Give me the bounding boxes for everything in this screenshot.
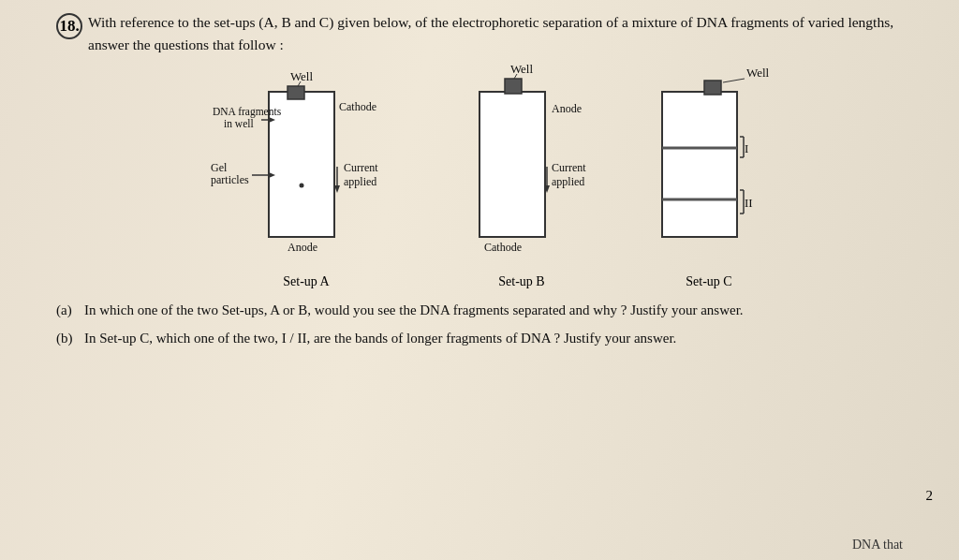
question-text: With reference to the set-ups (A, B and … <box>88 11 931 56</box>
sub-question-a: (a) In which one of the two Set-ups, A o… <box>56 299 931 321</box>
sub-a-text: In which one of the two Set-ups, A or B,… <box>84 299 931 321</box>
setup-c-label: Set-up C <box>686 274 731 289</box>
diagrams-area: Well DNA fragments in well Cathode Gel p… <box>56 64 931 289</box>
svg-rect-31 <box>662 92 737 237</box>
svg-text:in well: in well <box>224 118 254 129</box>
svg-text:Current: Current <box>344 161 378 174</box>
svg-text:applied: applied <box>344 175 376 188</box>
svg-text:DNA fragments: DNA fragments <box>213 106 282 118</box>
svg-rect-20 <box>480 92 545 237</box>
setup-b-container: Well Anode Current applied Cathode <box>437 64 606 289</box>
sub-b-label: (b) <box>56 327 77 349</box>
footer-text: DNA that <box>852 538 903 553</box>
svg-text:applied: applied <box>552 175 584 188</box>
setup-c-diagram: Well I II <box>634 64 784 270</box>
svg-text:Gel: Gel <box>211 161 228 174</box>
svg-text:II: II <box>745 196 753 210</box>
setup-b-diagram: Well Anode Current applied Cathode <box>437 64 606 270</box>
sub-b-text: In Set-up C, which one of the two, I / I… <box>84 327 931 349</box>
svg-text:Current: Current <box>552 161 586 174</box>
setup-c-container: Well I II <box>634 64 784 289</box>
sub-question-b: (b) In Set-up C, which one of the two, I… <box>56 327 931 349</box>
svg-rect-1 <box>288 86 304 99</box>
svg-text:particles: particles <box>211 173 249 186</box>
svg-text:Anode: Anode <box>288 241 317 254</box>
svg-text:Cathode: Cathode <box>339 100 376 113</box>
setup-a-label: Set-up A <box>283 274 329 289</box>
page-number: 2 <box>926 488 934 504</box>
sub-a-label: (a) <box>56 299 77 321</box>
svg-text:Anode: Anode <box>552 102 582 115</box>
question-number: 18. <box>56 13 82 39</box>
svg-text:Cathode: Cathode <box>484 241 522 254</box>
svg-line-34 <box>723 79 745 82</box>
svg-text:Well: Well <box>746 66 770 80</box>
svg-rect-32 <box>704 81 721 95</box>
svg-rect-21 <box>505 79 522 94</box>
svg-text:Well: Well <box>290 69 314 83</box>
svg-text:I: I <box>745 141 748 155</box>
svg-point-13 <box>300 184 304 188</box>
setup-a-diagram: Well DNA fragments in well Cathode Gel p… <box>203 64 409 270</box>
page: 18. With reference to the set-ups (A, B … <box>0 0 959 560</box>
question-header: 18. With reference to the set-ups (A, B … <box>56 11 931 56</box>
setup-b-label: Set-up B <box>498 274 544 289</box>
svg-text:Well: Well <box>510 64 534 76</box>
setup-a-container: Well DNA fragments in well Cathode Gel p… <box>203 64 409 289</box>
